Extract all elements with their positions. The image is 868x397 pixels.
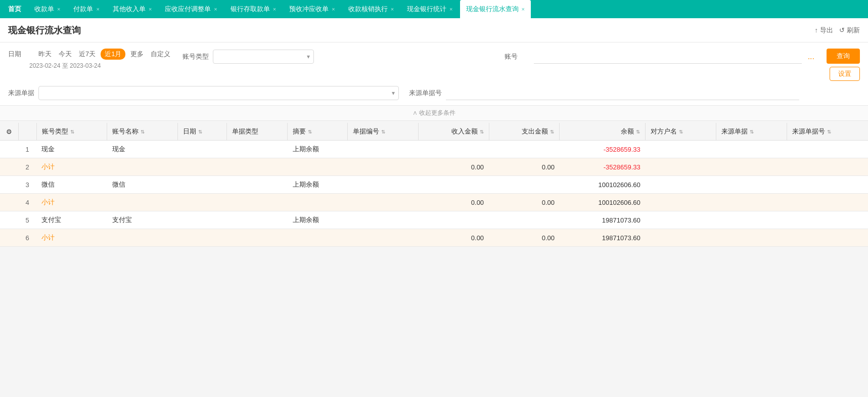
date-7days[interactable]: 近7天 (77, 49, 98, 60)
source-doc-num-filter-group: 来源单据号 (409, 86, 800, 100)
export-icon: ↑ (815, 26, 818, 34)
td-summary (288, 158, 347, 176)
date-yesterday[interactable]: 昨天 (36, 49, 54, 60)
td-source-doc-num (787, 229, 868, 247)
th-doc-num[interactable]: 单据编号 ⇅ (347, 123, 418, 141)
th-doc-type: 单据类型 (227, 123, 288, 141)
top-nav: 首页 收款单 × 付款单 × 其他收入单 × 应收应付调整单 × 银行存取款单 … (0, 0, 868, 18)
source-doc-select[interactable] (38, 86, 399, 100)
close-tab-prepaid[interactable]: × (332, 6, 335, 12)
td-date (178, 211, 227, 229)
nav-home[interactable]: 首页 (2, 0, 27, 18)
nav-tab-payments[interactable]: 付款单 × (67, 0, 105, 18)
export-button[interactable]: ↑ 导出 (815, 26, 834, 35)
th-source-doc-num[interactable]: 来源单据号 ⇅ (787, 123, 868, 141)
td-row-num: 4 (18, 194, 36, 211)
table-row: 4 小计 0.00 0.00 100102606.60 (0, 194, 868, 211)
td-gear (0, 141, 18, 158)
account-type-filter-group: 账号类型 (182, 49, 494, 64)
td-row-num: 5 (18, 211, 36, 229)
nav-tab-ar-ap-adjust[interactable]: 应收应付调整单 × (159, 0, 223, 18)
source-doc-num-label: 来源单据号 (409, 89, 442, 98)
td-row-num: 3 (18, 176, 36, 194)
account-dots-button[interactable]: ... (806, 52, 816, 61)
account-label: 账号 (505, 52, 530, 61)
refresh-button[interactable]: ↺ 刷新 (839, 26, 860, 35)
close-tab-other-income[interactable]: × (149, 6, 152, 12)
th-expense[interactable]: 支出金额 ⇅ (489, 123, 560, 141)
sort-icon-income: ⇅ (480, 129, 484, 135)
th-summary[interactable]: 摘要 ⇅ (288, 123, 347, 141)
td-gear (0, 194, 18, 211)
th-account-name[interactable]: 账号名称 ⇅ (107, 123, 178, 141)
th-source-doc[interactable]: 来源单据 ⇅ (716, 123, 787, 141)
date-1month[interactable]: 近1月 (101, 49, 125, 60)
account-input[interactable] (534, 50, 801, 64)
td-summary (288, 194, 347, 211)
th-date[interactable]: 日期 ⇅ (178, 123, 227, 141)
source-doc-num-input[interactable] (446, 86, 800, 100)
close-tab-ar-ap-adjust[interactable]: × (214, 6, 217, 12)
td-date (178, 158, 227, 176)
td-doc-num (347, 194, 418, 211)
td-doc-num (347, 229, 418, 247)
td-summary: 上期余额 (288, 176, 347, 194)
date-filter-group: 日期 昨天 今天 近7天 近1月 更多 自定义 2023-02-24 至 202… (8, 49, 172, 70)
account-filter-group: 账号 ... (505, 49, 816, 64)
nav-tab-other-income[interactable]: 其他收入单 × (107, 0, 158, 18)
td-date (178, 141, 227, 158)
td-gear (0, 176, 18, 194)
td-source-doc (716, 176, 787, 194)
td-row-num: 2 (18, 158, 36, 176)
date-more[interactable]: 更多 (128, 49, 146, 60)
td-income: 0.00 (418, 158, 489, 176)
td-summary (288, 229, 347, 247)
nav-tab-cash-bank-stat[interactable]: 现金银行统计 × (401, 0, 459, 18)
td-doc-type (227, 229, 288, 247)
td-doc-type (227, 194, 288, 211)
th-income[interactable]: 收入金额 ⇅ (418, 123, 489, 141)
td-expense (489, 141, 560, 158)
page-header: 现金银行流水查询 ↑ 导出 ↺ 刷新 (0, 18, 868, 42)
source-doc-select-wrapper (38, 86, 399, 100)
td-source-doc-num (787, 211, 868, 229)
close-tab-bank-deposit[interactable]: × (273, 6, 276, 12)
action-buttons: 查询 设置 (827, 49, 860, 81)
close-tab-cash-bank-flow[interactable]: × (522, 6, 525, 12)
nav-tab-collection[interactable]: 收款核销执行 × (342, 0, 400, 18)
td-balance: 100102606.60 (560, 176, 646, 194)
th-counterpart[interactable]: 对方户名 ⇅ (646, 123, 716, 141)
nav-tab-prepaid[interactable]: 预收冲应收单 × (283, 0, 341, 18)
td-row-num: 6 (18, 229, 36, 247)
nav-tab-bank-deposit[interactable]: 银行存取款单 × (224, 0, 282, 18)
account-type-select-wrapper (213, 50, 314, 64)
table-row: 6 小计 0.00 0.00 19871073.60 (0, 229, 868, 247)
page-title: 现金银行流水查询 (8, 24, 81, 36)
th-account-type[interactable]: 账号类型 ⇅ (36, 123, 107, 141)
nav-tab-cash-bank-flow[interactable]: 现金银行流水查询 × (460, 0, 531, 18)
td-counterpart (646, 211, 716, 229)
date-today[interactable]: 今天 (57, 49, 74, 60)
nav-tab-receipts[interactable]: 收款单 × (28, 0, 66, 18)
close-tab-cash-bank-stat[interactable]: × (449, 6, 452, 12)
sort-icon-doc-num: ⇅ (381, 129, 385, 135)
th-balance[interactable]: 余额 ⇅ (560, 123, 646, 141)
account-type-select[interactable] (213, 50, 314, 64)
sort-icon-expense: ⇅ (550, 129, 554, 135)
query-button[interactable]: 查询 (827, 49, 860, 64)
td-gear (0, 158, 18, 176)
td-expense (489, 176, 560, 194)
close-tab-receipts[interactable]: × (57, 6, 60, 12)
close-tab-collection[interactable]: × (391, 6, 394, 12)
sort-icon-balance: ⇅ (636, 129, 640, 135)
td-gear (0, 211, 18, 229)
td-account-name: 微信 (107, 176, 178, 194)
date-custom[interactable]: 自定义 (149, 49, 172, 60)
close-tab-payments[interactable]: × (96, 6, 99, 12)
settings-button[interactable]: 设置 (830, 67, 860, 81)
date-range-display: 2023-02-24 至 2023-03-24 (29, 62, 101, 69)
th-gear[interactable]: ⚙ (0, 123, 18, 141)
refresh-icon: ↺ (839, 26, 845, 34)
td-source-doc (716, 211, 787, 229)
collapse-bar[interactable]: ∧ 收起更多条件 (0, 105, 868, 120)
